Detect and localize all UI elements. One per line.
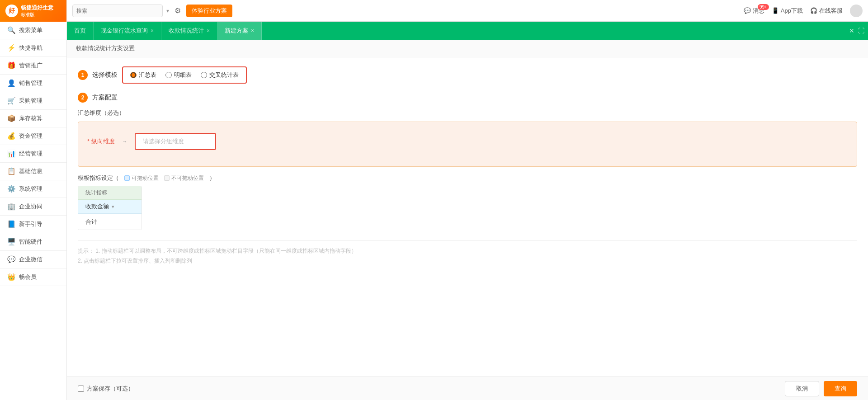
save-label: 方案保存（可选） (87, 385, 134, 393)
cancel-button[interactable]: 取消 (785, 381, 819, 396)
dimension-arrow-icon: → (122, 138, 127, 145)
sidebar-item-quick-nav[interactable]: ⚡ 快捷导航 (0, 39, 66, 57)
tab-bank-flow-label: 现金银行流水查询 (101, 27, 148, 35)
sidebar-item-label: 销售管理 (19, 79, 42, 87)
download-icon: 📱 (772, 7, 779, 14)
radio-detail[interactable]: 明细表 (165, 71, 192, 79)
step1-num: 1 (78, 70, 88, 80)
sidebar-item-enterprise[interactable]: 🏢 企业协同 (0, 198, 66, 216)
metrics-col-label: 统计指标 (78, 186, 142, 200)
avatar[interactable] (850, 5, 863, 17)
radio-summary-input[interactable] (130, 72, 137, 78)
save-option[interactable]: 方案保存（可选） (78, 385, 134, 393)
sidebar-item-basics[interactable]: 📋 基础信息 (0, 163, 66, 180)
download-btn[interactable]: 📱 App下载 (772, 7, 803, 15)
service-btn[interactable]: 🎧 在线客服 (810, 7, 843, 15)
save-checkbox[interactable] (78, 386, 84, 392)
tab-new-plan[interactable]: 新建方案 × (217, 22, 262, 40)
page-content: 收款情况统计方案设置 1 选择模板 汇总表 (67, 40, 868, 376)
step2-title: 方案配置 (92, 94, 118, 102)
radio-summary[interactable]: 汇总表 (130, 71, 156, 79)
bottom-btn-area: 取消 查询 (785, 381, 857, 396)
download-label: App下载 (781, 7, 803, 15)
tab-collection-stats-close[interactable]: × (207, 28, 210, 34)
sidebar-item-purchase[interactable]: 🛒 采购管理 (0, 92, 66, 110)
guide-icon: 📘 (7, 220, 15, 228)
sidebar-item-finance[interactable]: 💰 资金管理 (0, 127, 66, 145)
step1-title: 选择模板 (92, 71, 118, 79)
message-btn[interactable]: 💬 消息 99+ (744, 7, 764, 15)
metrics-col-header[interactable]: 收款金额 ▾ (78, 200, 142, 214)
legend-fixed: 不可拖动位置 (164, 174, 204, 182)
legend-draggable-label: 可拖动位置 (132, 174, 159, 182)
tab-new-plan-label: 新建方案 (225, 27, 248, 35)
sidebar-item-guide[interactable]: 📘 新手引导 (0, 216, 66, 233)
sidebar-item-label: 经营管理 (19, 150, 42, 158)
topbar: ▾ ⚙ 体验行业方案 💬 消息 99+ 📱 App下载 🎧 在线客服 (67, 0, 868, 22)
query-button[interactable]: 查询 (824, 381, 857, 396)
logo-title: 畅捷通好生意 (21, 4, 53, 12)
metrics-config: 模板指标设定（ 可拖动位置 不可拖动位置 (78, 174, 857, 231)
sidebar-item-label: 采购管理 (19, 97, 42, 105)
sidebar-item-label: 营销推广 (19, 61, 42, 70)
vertical-dim-input[interactable]: 请选择分组维度 (135, 133, 216, 150)
metrics-title: 模板指标设定（ (78, 174, 119, 182)
legend-fixed-icon (164, 175, 170, 181)
tab-bank-flow-close[interactable]: × (151, 28, 154, 34)
tips-section: 提示： 1. 拖动标题栏可以调整布局，不可跨维度或指标区域拖动栏目字段（只能在同… (78, 240, 857, 266)
metrics-table: 统计指标 收款金额 ▾ 合计 (78, 186, 142, 230)
search-input[interactable] (76, 8, 159, 14)
radio-cross[interactable]: 交叉统计表 (201, 71, 239, 79)
sidebar-item-member[interactable]: 👑 畅会员 (0, 268, 66, 286)
member-icon: 👑 (7, 273, 15, 281)
tab-home-label: 首页 (74, 27, 86, 35)
radio-detail-input[interactable] (165, 72, 172, 78)
search-chevron-icon[interactable]: ▾ (166, 8, 169, 14)
sidebar-item-inventory[interactable]: 📦 库存核算 (0, 110, 66, 127)
sidebar-item-label: 搜索菜单 (19, 26, 42, 34)
sidebar-item-label: 库存核算 (19, 114, 42, 122)
logo-badge: 标准版 (21, 12, 53, 18)
sidebar-item-search-menu[interactable]: 🔍 搜索菜单 (0, 22, 66, 39)
sidebar-item-sales[interactable]: 👤 销售管理 (0, 75, 66, 92)
tab-new-plan-close[interactable]: × (251, 28, 254, 34)
operation-icon: 📊 (7, 150, 15, 158)
topbar-right: 💬 消息 99+ 📱 App下载 🎧 在线客服 (744, 5, 863, 17)
sidebar-item-marketing[interactable]: 🎁 营销推广 (0, 57, 66, 75)
search-menu-icon: 🔍 (7, 26, 15, 34)
col-header-chevron-icon[interactable]: ▾ (112, 204, 114, 210)
sidebar-item-operation[interactable]: 📊 经营管理 (0, 145, 66, 163)
settings-icon[interactable]: ⚙ (175, 6, 181, 15)
sidebar-item-system[interactable]: ⚙️ 系统管理 (0, 180, 66, 198)
marketing-icon: 🎁 (7, 61, 15, 70)
step2-content: 汇总维度（必选） * 纵向维度 → 请选择分组维度 (78, 109, 857, 266)
page-header-title: 收款情况统计方案设置 (76, 45, 135, 52)
tab-expand-icon[interactable]: ⛶ (858, 27, 864, 34)
summary-dim-title: 汇总维度（必选） (78, 109, 857, 117)
tab-spacer (262, 22, 845, 40)
sidebar-item-label: 新手引导 (19, 220, 42, 228)
tab-home[interactable]: 首页 (67, 22, 94, 40)
dimension-area: * 纵向维度 → 请选择分组维度 (78, 122, 857, 167)
legend-draggable: 可拖动位置 (124, 174, 159, 182)
industry-btn[interactable]: 体验行业方案 (186, 5, 232, 17)
tab-bank-flow[interactable]: 现金银行流水查询 × (94, 22, 161, 40)
sidebar-item-wechat[interactable]: 💬 企业微信 (0, 251, 66, 268)
vertical-dim-placeholder: 请选择分组维度 (143, 138, 184, 145)
sidebar: 好 畅捷通好生意 标准版 🔍 搜索菜单 ⚡ 快捷导航 🎁 营销推广 👤 销售管理… (0, 0, 67, 400)
radio-detail-label: 明细表 (174, 71, 192, 79)
message-badge: 99+ (758, 4, 769, 10)
sidebar-item-label: 基础信息 (19, 167, 42, 175)
basics-icon: 📋 (7, 167, 15, 175)
legend-fixed-label: 不可拖动位置 (171, 174, 204, 182)
radio-cross-input[interactable] (201, 72, 207, 78)
sidebar-item-hardware[interactable]: 🖥️ 智能硬件 (0, 233, 66, 251)
tab-collection-stats[interactable]: 收款情况统计 × (161, 22, 217, 40)
sidebar-item-label: 企业微信 (19, 255, 42, 264)
sidebar-item-label: 系统管理 (19, 185, 42, 193)
metrics-close: ） (209, 174, 215, 182)
search-box[interactable] (72, 5, 163, 17)
wechat-icon: 💬 (7, 255, 15, 264)
sidebar-logo: 好 畅捷通好生意 标准版 (0, 0, 66, 22)
tab-close-icon[interactable]: ✕ (849, 27, 854, 34)
